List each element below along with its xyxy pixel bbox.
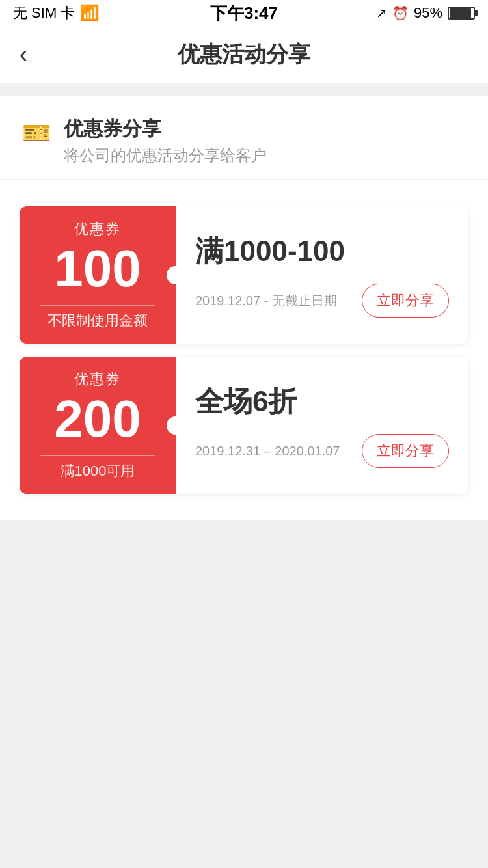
section-title: 优惠券分享 — [64, 116, 267, 142]
coupon-footer-1: 2019.12.07 - 无截止日期 立即分享 — [195, 284, 449, 318]
battery-icon — [448, 7, 475, 20]
section-subtitle: 将公司的优惠活动分享给客户 — [64, 145, 267, 166]
section-header: 🎫 优惠券分享 将公司的优惠活动分享给客户 — [0, 96, 488, 179]
coupon-condition-1: 不限制使用金额 — [41, 311, 154, 331]
back-button[interactable]: ‹ — [20, 41, 27, 68]
status-bar: 无 SIM 卡 📶 下午3:47 ↗ ⏰ 95% — [0, 0, 488, 26]
share-button-2[interactable]: 立即分享 — [362, 434, 449, 468]
nav-bar: ‹ 优惠活动分享 — [0, 26, 488, 83]
location-icon: ↗ — [376, 5, 387, 21]
coupon-icon: 🎫 — [20, 116, 53, 150]
coupon-divider-2 — [40, 455, 155, 456]
status-time: 下午3:47 — [210, 2, 278, 25]
coupon-name-2: 全场6折 — [195, 383, 449, 421]
coupon-label-2: 优惠券 — [74, 370, 121, 389]
share-button-1[interactable]: 立即分享 — [362, 284, 449, 318]
coupon-name-1: 满1000-100 — [195, 232, 449, 271]
coupon-card-2: 优惠券 200 满1000可用 全场6折 2019.12.31 – 2020.0… — [20, 357, 468, 494]
coupon-list: 优惠券 100 不限制使用金额 满1000-100 2019.12.07 - 无… — [0, 180, 488, 520]
wifi-icon: 📶 — [80, 4, 100, 22]
coupon-left-2: 优惠券 200 满1000可用 — [20, 357, 176, 494]
page-title: 优惠活动分享 — [178, 40, 310, 70]
coupon-date-1: 2019.12.07 - 无截止日期 — [195, 292, 337, 310]
status-right: ↗ ⏰ 95% — [376, 5, 475, 21]
section-text: 优惠券分享 将公司的优惠活动分享给客户 — [64, 116, 267, 166]
coupon-footer-2: 2019.12.31 – 2020.01.07 立即分享 — [195, 434, 449, 468]
coupon-date-2: 2019.12.31 – 2020.01.07 — [195, 444, 340, 459]
coupon-left-1: 优惠券 100 不限制使用金额 — [20, 206, 176, 344]
battery-percent: 95% — [414, 5, 442, 21]
coupon-right-1: 满1000-100 2019.12.07 - 无截止日期 立即分享 — [176, 206, 468, 344]
coupon-condition-2: 满1000可用 — [54, 461, 142, 481]
no-sim-label: 无 SIM 卡 — [13, 3, 75, 23]
coupon-label-1: 优惠券 — [74, 219, 121, 239]
coupon-divider-1 — [40, 305, 155, 306]
coupon-amount-2: 200 — [54, 393, 141, 445]
coupon-amount-1: 100 — [54, 243, 141, 295]
alarm-icon: ⏰ — [392, 5, 409, 21]
status-left: 无 SIM 卡 📶 — [13, 3, 100, 23]
coupon-card-1: 优惠券 100 不限制使用金额 满1000-100 2019.12.07 - 无… — [20, 206, 468, 344]
coupon-right-2: 全场6折 2019.12.31 – 2020.01.07 立即分享 — [176, 357, 468, 494]
